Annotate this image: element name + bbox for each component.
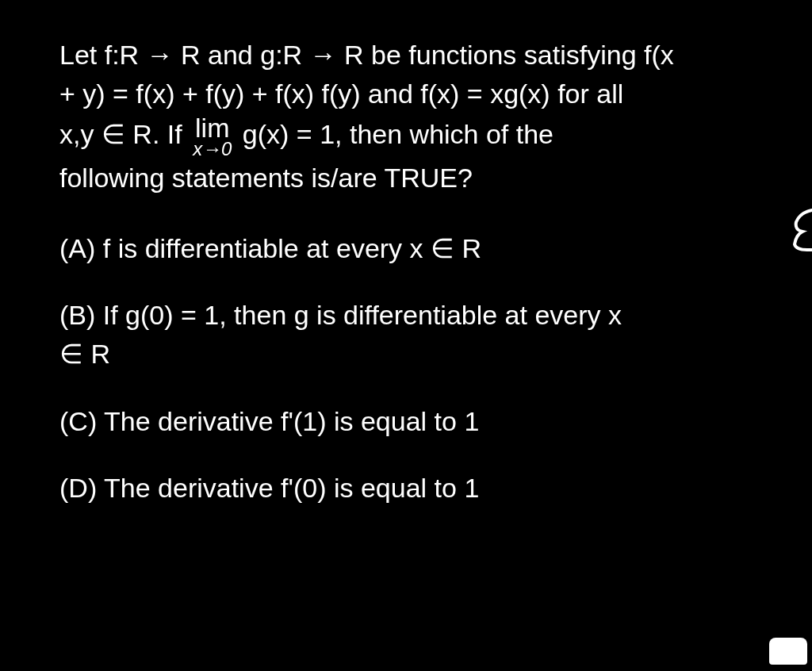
option-c[interactable]: (C) The derivative f'(1) is equal to 1	[59, 402, 780, 441]
option-d-text: (D) The derivative f'(0) is equal to 1	[59, 473, 479, 503]
limit-top: lim	[193, 114, 232, 141]
side-scribble-icon	[788, 206, 812, 254]
limit-bottom: x→0	[193, 140, 232, 159]
stem-line-2: + y) = f(x) + f(y) + f(x) f(y) and f(x) …	[59, 75, 780, 113]
bottom-corner-icon	[769, 638, 807, 665]
stem-line-3-pre: x,y ∈ R. If	[59, 119, 190, 149]
option-b-line-2: ∈ R	[59, 335, 780, 374]
option-b-line-1: (B) If g(0) = 1, then g is differentiabl…	[59, 296, 780, 335]
stem-line-4: following statements is/are TRUE?	[59, 159, 780, 197]
option-c-text: (C) The derivative f'(1) is equal to 1	[59, 406, 479, 436]
option-d[interactable]: (D) The derivative f'(0) is equal to 1	[59, 469, 780, 508]
stem-line-3-post: g(x) = 1, then which of the	[235, 119, 553, 149]
question-stem: Let f:R → R and g:R → R be functions sat…	[59, 36, 780, 197]
option-b[interactable]: (B) If g(0) = 1, then g is differentiabl…	[59, 296, 780, 374]
option-a[interactable]: (A) f is differentiable at every x ∈ R	[59, 229, 780, 268]
stem-line-3: x,y ∈ R. If limx→0 g(x) = 1, then which …	[59, 114, 780, 159]
limit-expression: limx→0	[193, 114, 232, 159]
option-a-text: (A) f is differentiable at every x ∈ R	[59, 233, 481, 263]
stem-line-1: Let f:R → R and g:R → R be functions sat…	[59, 36, 780, 75]
